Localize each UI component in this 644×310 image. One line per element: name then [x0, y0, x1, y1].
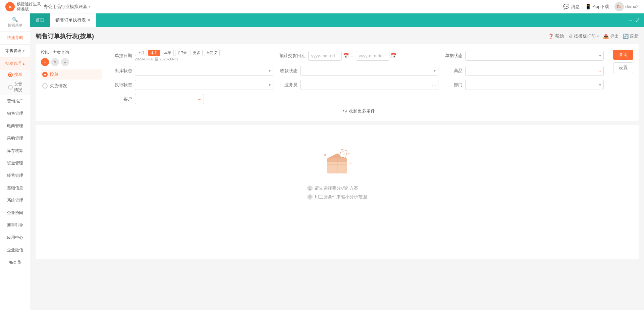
app-download-button[interactable]: 📱 App下载 — [585, 4, 609, 10]
help-button[interactable]: ❓ 帮助 — [548, 33, 564, 39]
chevron-right-icon: ▾ — [23, 49, 24, 53]
sidebar-item-finance[interactable]: 资金管理 — [0, 157, 30, 169]
refresh-button[interactable]: 🔄 刷新 — [623, 33, 639, 39]
receipt-status-select[interactable] — [300, 66, 439, 76]
page-content: 销售订单执行表(按单) ❓ 帮助 🖨 按模板打印 ▾ 📤 导出 — [30, 27, 644, 310]
collapse-scheme-button[interactable]: « — [61, 58, 69, 66]
exec-status-select[interactable] — [135, 80, 273, 90]
content-area: 首页 销售订单执行表 × − ⤢ 销售订单执行表(按单) ❓ 帮助 — [30, 13, 644, 310]
shortcut-cur-month[interactable]: 本月 — [148, 50, 160, 56]
expected-date-end-input[interactable] — [356, 51, 389, 61]
shortcut-cur-year[interactable]: 本年 — [162, 50, 174, 56]
sidebar-item-app-center[interactable]: 应用中心 — [0, 231, 30, 244]
filter-scheme-panel: 按以下方案查询 + ✎ « — [41, 50, 108, 91]
shortcut-more[interactable]: 更多 — [191, 50, 203, 56]
delivery-status-control — [135, 66, 273, 76]
sidebar-item-system[interactable]: 系统管理 — [0, 194, 30, 207]
breadcrumb[interactable]: 办公用品行业模拟账套 ▾ — [44, 4, 91, 10]
nav-label-wholesale: 批发管理 — [5, 61, 21, 66]
message-button[interactable]: 💬 消息 — [563, 4, 580, 10]
collapse-button[interactable]: ∧∧ 收起更多条件 — [342, 108, 375, 114]
query-button[interactable]: 查询 — [613, 50, 633, 60]
sidebar-item-purchase[interactable]: 采购管理 — [0, 132, 30, 145]
calendar-start-icon[interactable]: 📅 — [343, 53, 349, 58]
filter-row-3: 执行状态 业务员 — [113, 80, 604, 90]
sidebar-item-member[interactable]: 畅会员 — [0, 256, 30, 269]
tab-bar: 首页 销售订单执行表 × − ⤢ — [30, 13, 644, 27]
tab-sales-exec[interactable]: 销售订单执行表 × — [50, 13, 96, 27]
sidebar-item-wholesale[interactable]: 批发管理 ▴ — [0, 57, 30, 70]
svg-rect-10 — [339, 149, 347, 158]
tab-close-icon[interactable]: × — [88, 18, 90, 22]
sidebar-item-ecommerce[interactable]: 电商管理 — [0, 120, 30, 132]
results-area: 1 请先选择要分析的方案 2 用过滤条件来缩小分析范围 — [36, 125, 639, 259]
add-scheme-button[interactable]: + — [41, 58, 49, 66]
sidebar-item-press-order[interactable]: 按单 — [0, 70, 30, 80]
sidebar-item-debt[interactable]: 欠货情况 — [0, 80, 30, 95]
expected-date-control: 📅 — 📅 — [308, 51, 439, 61]
sidebar-search[interactable]: 🔍 搜索菜单 — [0, 13, 30, 32]
doc-status-select[interactable] — [465, 51, 604, 61]
calendar-end-icon[interactable]: 📅 — [391, 53, 396, 58]
salesperson-input[interactable] — [300, 80, 439, 90]
date-separator: — — [350, 53, 355, 58]
nav-label-member: 畅会员 — [9, 260, 21, 265]
nav-label-ecommerce: 电商管理 — [7, 123, 23, 128]
shortcut-7days[interactable]: 近7天 — [175, 50, 189, 56]
dot-icon — [8, 85, 13, 90]
filter-field-doc-status: 单据状态 — [444, 50, 604, 62]
svg-text:畅: 畅 — [9, 6, 11, 9]
nav-label-inventory: 库存核算 — [7, 148, 23, 153]
empty-illustration — [320, 145, 354, 178]
salesperson-label: 业务员 — [279, 82, 298, 88]
print-button[interactable]: 🖨 按模板打印 ▾ — [568, 33, 599, 39]
customer-input[interactable] — [135, 94, 204, 104]
breadcrumb-arrow-icon: ▾ — [89, 4, 91, 9]
sidebar-item-operation[interactable]: 经营管理 — [0, 169, 30, 182]
phone-icon: 📱 — [585, 4, 591, 10]
scheme-active-icon: ● — [42, 72, 48, 77]
delivery-status-select[interactable] — [135, 66, 273, 76]
sidebar-item-guide[interactable]: 新手引导 — [0, 219, 30, 231]
nav-label-enterprise: 企业协同 — [7, 210, 23, 215]
sidebar-item-enterprise[interactable]: 企业协同 — [0, 207, 30, 219]
empty-state: 1 请先选择要分析的方案 2 用过滤条件来缩小分析范围 — [36, 125, 639, 221]
tab-minimize-icon[interactable]: − — [629, 17, 632, 24]
date-field-control: 上月 本月 本年 近7天 更多 自定义 2023-03-01 至 — [135, 50, 273, 62]
expected-date-start-input[interactable] — [308, 51, 342, 61]
dept-select[interactable] — [465, 80, 604, 90]
doc-status-label: 单据状态 — [444, 53, 463, 59]
empty-tips: 1 请先选择要分析的方案 2 用过滤条件来缩小分析范围 — [307, 184, 367, 201]
customer-more-icon[interactable]: ··· — [198, 97, 201, 102]
tab-home[interactable]: 首页 — [30, 13, 50, 27]
salesperson-more-icon[interactable]: ··· — [432, 83, 436, 88]
filter-field-exec-status: 执行状态 — [113, 80, 273, 90]
query-buttons: 查询 设置 — [613, 50, 633, 73]
sidebar-item-marketing[interactable]: 营销推广 — [0, 95, 30, 107]
nav-label-guide: 新手引导 — [7, 223, 23, 227]
goods-more-icon[interactable]: ··· — [597, 68, 601, 73]
shortcut-prev-month[interactable]: 上月 — [135, 50, 147, 56]
tab-maximize-icon[interactable]: ⤢ — [635, 16, 640, 24]
edit-scheme-button[interactable]: ✎ — [51, 58, 59, 66]
shortcut-custom[interactable]: 自定义 — [204, 50, 220, 56]
page-actions: ❓ 帮助 🖨 按模板打印 ▾ 📤 导出 🔄 刷新 — [548, 33, 639, 39]
customer-control: ··· — [135, 94, 204, 104]
sidebar-item-retail[interactable]: 零售管理 ▾ — [0, 44, 30, 57]
sidebar-item-basic[interactable]: 基础信息 — [0, 182, 30, 194]
export-button[interactable]: 📤 导出 — [603, 33, 619, 39]
scheme-item-debt[interactable]: 欠货情况 — [41, 81, 102, 91]
sidebar-quick-nav[interactable]: 快捷导航 — [0, 32, 30, 44]
svg-point-9 — [350, 163, 352, 164]
sidebar-item-wechat[interactable]: 企业微信 — [0, 244, 30, 256]
filter-field-salesperson: 业务员 ··· — [279, 80, 439, 90]
filter-field-receipt-status: 收款状态 — [279, 66, 439, 76]
help-icon: ❓ — [548, 34, 554, 39]
sidebar-item-sales[interactable]: 销售管理 — [0, 107, 30, 120]
goods-input[interactable] — [465, 66, 604, 76]
settings-button[interactable]: 设置 — [613, 62, 633, 73]
user-menu[interactable]: Ea demo2 — [614, 2, 639, 11]
sidebar-item-inventory[interactable]: 库存核算 — [0, 145, 30, 157]
scheme-item-press-order[interactable]: ● 按单 — [41, 69, 102, 80]
dept-label: 部门 — [444, 82, 463, 88]
